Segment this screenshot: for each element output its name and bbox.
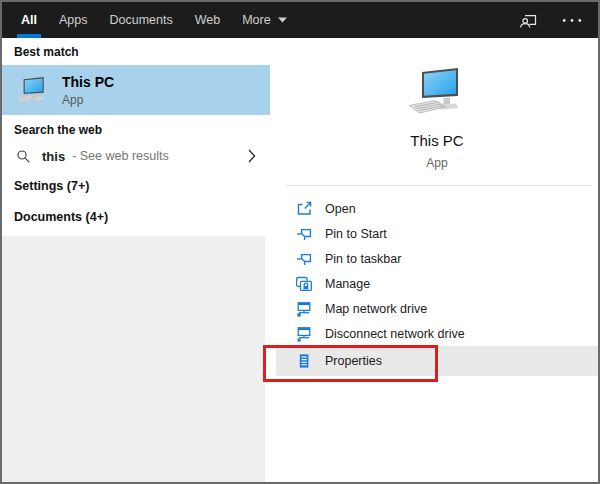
best-match-item-this-pc[interactable]: This PC App: [2, 65, 270, 115]
settings-section-header[interactable]: Settings (7+): [2, 170, 270, 201]
preview-subtitle: App: [276, 156, 598, 170]
tab-apps[interactable]: Apps: [48, 2, 99, 38]
best-match-text: This PC App: [62, 74, 114, 107]
context-actions-list: OpenPin to StartPin to taskbarManageMap …: [276, 186, 598, 376]
best-match-title: This PC: [62, 74, 114, 90]
action-label: Disconnect network drive: [325, 327, 465, 341]
tab-more[interactable]: More: [231, 2, 297, 38]
web-search-suffix: - See web results: [72, 149, 169, 163]
results-panel: Best match This PC App Search the web: [2, 38, 270, 482]
this-pc-large-icon: [405, 102, 469, 119]
search-icon: [16, 149, 31, 164]
ellipsis-menu-icon[interactable]: [562, 18, 582, 23]
search-filter-bar: AllAppsDocumentsWebMore: [2, 2, 598, 38]
tab-label: Documents: [109, 13, 172, 27]
this-pc-icon: [14, 76, 50, 104]
action-disconnect-network-drive[interactable]: Disconnect network drive: [276, 321, 598, 346]
action-label: Properties: [325, 354, 382, 368]
preview-title: This PC: [276, 132, 598, 149]
tab-documents[interactable]: Documents: [98, 2, 183, 38]
action-open[interactable]: Open: [276, 196, 598, 221]
header-actions: [519, 2, 598, 38]
action-label: Manage: [325, 277, 370, 291]
best-match-subtitle: App: [62, 93, 114, 107]
pin-icon: [296, 226, 312, 242]
open-icon: [296, 201, 312, 217]
action-label: Pin to Start: [325, 227, 387, 241]
action-pin-to-taskbar[interactable]: Pin to taskbar: [276, 246, 598, 271]
tab-label: Web: [195, 13, 220, 27]
best-match-header: Best match: [2, 38, 270, 65]
disconnect-network-drive-icon: [296, 326, 312, 342]
web-search-query: this: [42, 149, 65, 164]
search-results-body: Best match This PC App Search the web: [2, 38, 598, 482]
tab-all[interactable]: All: [10, 2, 48, 38]
preview-panel: This PC App OpenPin to StartPin to taskb…: [276, 38, 598, 482]
tab-label: All: [21, 13, 37, 27]
dropdown-caret-icon: [278, 17, 287, 23]
action-label: Pin to taskbar: [325, 252, 401, 266]
action-manage[interactable]: Manage: [276, 271, 598, 296]
windows-search-panel: AllAppsDocumentsWebMore Best match This: [0, 0, 600, 484]
action-map-network-drive[interactable]: Map network drive: [276, 296, 598, 321]
action-pin-to-start[interactable]: Pin to Start: [276, 221, 598, 246]
tab-label: Apps: [59, 13, 88, 27]
action-label: Map network drive: [325, 302, 427, 316]
documents-section-header[interactable]: Documents (4+): [2, 201, 270, 232]
tab-web[interactable]: Web: [184, 2, 231, 38]
action-label: Open: [325, 202, 356, 216]
tab-label: More: [242, 13, 270, 27]
properties-icon: [296, 353, 312, 369]
map-network-drive-icon: [296, 301, 312, 317]
left-panel-filler: [2, 236, 265, 482]
tab-bar: AllAppsDocumentsWebMore: [2, 2, 298, 38]
action-properties[interactable]: Properties: [276, 346, 598, 376]
pin-icon: [296, 251, 312, 267]
user-account-icon[interactable]: [519, 12, 538, 29]
preview-header: This PC App: [276, 38, 598, 170]
manage-icon: [296, 276, 312, 292]
chevron-right-icon: [248, 149, 256, 163]
web-search-item[interactable]: this - See web results: [2, 142, 270, 170]
search-the-web-header: Search the web: [2, 115, 270, 142]
